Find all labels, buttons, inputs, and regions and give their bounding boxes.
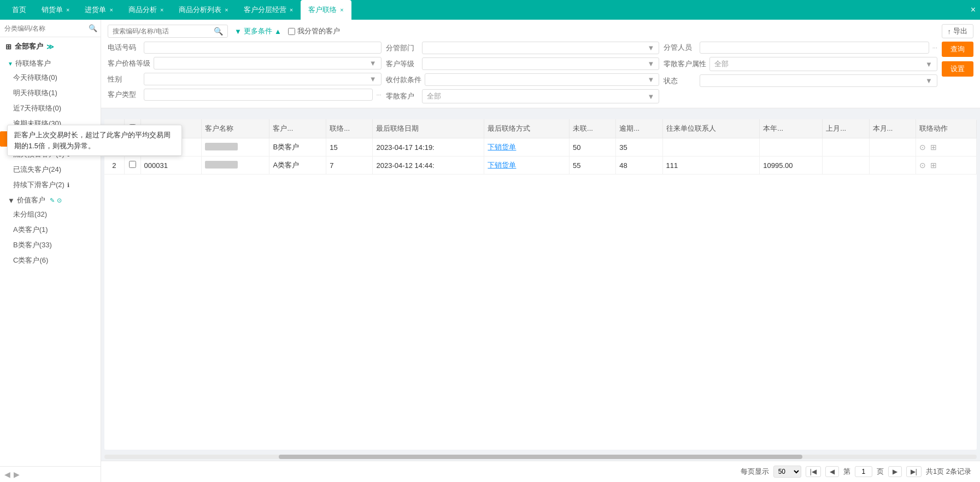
horizontal-scrollbar[interactable] — [104, 455, 977, 459]
action-icons-1: ⊙ ⊞ — [919, 143, 973, 152]
sidebar-item-unclassified[interactable]: 未分组(32) — [0, 207, 101, 222]
nav-tab-purchase[interactable]: 进货单 × — [77, 0, 120, 20]
customer-level-select[interactable]: ▼ — [422, 57, 660, 70]
status-select[interactable]: ▼ — [700, 74, 937, 87]
my-customer-checkbox-wrap: 我分管的客户 — [288, 26, 340, 36]
gender-select[interactable]: ▼ — [144, 73, 382, 85]
method-link-2[interactable]: 下销货单 — [488, 161, 516, 169]
sidebar-search-icon[interactable]: 🔍 — [89, 24, 97, 32]
close-analysis-tab[interactable]: × — [160, 7, 163, 13]
branch-dept-select[interactable]: ▼ — [422, 42, 660, 54]
more-conditions-btn[interactable]: ▼ 更多条件 ▲ — [234, 26, 281, 36]
sidebar-item-7days[interactable]: 近7天待联络(0) — [0, 101, 101, 116]
blurred-name-1 — [205, 143, 238, 150]
close-purchase-tab[interactable]: × — [109, 7, 113, 13]
sidebar-collapse-icon[interactable]: ≫ — [46, 43, 54, 51]
cell-contact-1: 15 — [326, 138, 373, 156]
sidebar-bottom-prev[interactable]: ◀ — [4, 470, 10, 479]
th-last-month[interactable]: 上月... — [823, 119, 869, 138]
contact-icon-1[interactable]: ⊙ — [919, 143, 926, 152]
sidebar-item-b-class[interactable]: B类客户(33) — [0, 237, 101, 253]
retail-customer2-select[interactable]: 全部▼ — [422, 89, 660, 103]
sidebar-item-c-class[interactable]: C类客户(6) — [0, 253, 101, 268]
nav-tab-analysis-list[interactable]: 商品分析列表 × — [171, 0, 236, 20]
phone-input[interactable] — [144, 42, 382, 54]
cell-this-month-2 — [869, 156, 916, 175]
status-filter: 状态 ▼ — [664, 74, 937, 87]
close-segmentation-tab[interactable]: × — [290, 7, 293, 13]
row-checkbox-2[interactable] — [129, 161, 136, 168]
nav-tab-analysis[interactable]: 商品分析 × — [121, 0, 171, 20]
th-last-contact-method[interactable]: 最后联络方式 — [484, 119, 570, 138]
sidebar-item-today[interactable]: 今天待联络(0) — [0, 70, 101, 85]
sidebar-item-lost[interactable]: 已流失客户(24) — [0, 162, 101, 177]
th-this-month[interactable]: 本月... — [869, 119, 916, 138]
sidebar-item-declining[interactable]: 持续下滑客户(2) ℹ — [0, 177, 101, 193]
close-contact-tab[interactable]: × — [340, 7, 343, 13]
content-area: 🔍 ▼ 更多条件 ▲ 我分管的客户 ↑ 导出 — [101, 20, 980, 482]
price-level-select[interactable]: ▼ — [154, 57, 382, 69]
page-input[interactable] — [855, 466, 872, 477]
th-last-contact-date[interactable]: 最后联络日期 — [373, 119, 484, 138]
my-customer-checkbox[interactable] — [288, 28, 295, 35]
more-icon2[interactable]: ··· — [932, 44, 937, 51]
gender-filter: 性别 ▼ — [108, 73, 382, 85]
more-icon[interactable]: ··· — [376, 91, 381, 98]
scroll-thumb[interactable] — [279, 455, 802, 459]
export-button[interactable]: ↑ 导出 — [942, 24, 974, 38]
customer-level-filter: 客户等级 ▼ — [386, 57, 660, 70]
customer-type-input[interactable] — [144, 89, 373, 101]
filter-bar: 🔍 ▼ 更多条件 ▲ 我分管的客户 ↑ 导出 — [101, 20, 980, 108]
per-page-select[interactable]: 50 100 200 — [773, 466, 801, 478]
sidebar-bottom: ◀ ▶ — [0, 466, 101, 482]
sidebar-item-tomorrow[interactable]: 明天待联络(1) — [0, 85, 101, 101]
prev-page-btn[interactable]: ◀ — [825, 466, 839, 477]
settings-button[interactable]: 设置 — [942, 61, 973, 77]
branch-person-input[interactable] — [700, 42, 929, 54]
th-overdue[interactable]: 逾期... — [616, 119, 662, 138]
nav-tab-customer-segmentation[interactable]: 客户分层经营 × — [236, 0, 301, 20]
sidebar-search-input[interactable] — [4, 25, 86, 32]
th-this-year[interactable]: 本年... — [760, 119, 823, 138]
close-analysis-list-tab[interactable]: × — [225, 7, 228, 13]
query-button[interactable]: 查询 — [942, 42, 973, 57]
nav-tab-sales[interactable]: 销货单 × — [34, 0, 77, 20]
contact-icon-2[interactable]: ⊙ — [919, 161, 926, 170]
cell-date-1: 2023-04-17 14:19: — [373, 138, 484, 156]
nav-tab-home[interactable]: 首页 — [4, 0, 34, 20]
search-input-wrap: 🔍 — [108, 25, 228, 38]
more-action-icon-1[interactable]: ⊞ — [930, 143, 937, 152]
cell-index-2: 2 — [104, 156, 124, 175]
next-page-btn[interactable]: ▶ — [888, 466, 902, 477]
chevron-down-icon3: ▼ — [647, 44, 654, 52]
settings-icon2[interactable]: ⊙ — [57, 197, 62, 204]
value-customer-group[interactable]: ▼ 价值客户 ✎ ⊙ — [0, 193, 101, 207]
sidebar-bottom-next[interactable]: ▶ — [14, 470, 20, 479]
cell-check-2 — [124, 156, 140, 175]
th-action[interactable]: 联络动作 — [916, 119, 976, 138]
first-page-btn[interactable]: |◀ — [806, 466, 821, 477]
retail-attr-select[interactable]: 全部▼ — [709, 57, 937, 71]
th-contact-person[interactable]: 往来单位联系人 — [662, 119, 760, 138]
th-contact-count[interactable]: 联络... — [326, 119, 373, 138]
cell-name-1 — [201, 138, 269, 156]
more-action-icon-2[interactable]: ⊞ — [930, 161, 937, 170]
method-link-1[interactable]: 下销货单 — [488, 143, 516, 151]
nav-tab-customer-contact[interactable]: 客户联络 × — [301, 0, 351, 20]
last-page-btn[interactable]: ▶| — [906, 466, 922, 477]
edit-icon[interactable]: ✎ — [50, 197, 55, 204]
search-input[interactable] — [113, 27, 214, 35]
payment-terms-select[interactable]: ▼ — [425, 73, 660, 86]
retail-attr-filter: 零散客户属性 全部▼ — [664, 57, 937, 71]
close-sales-tab[interactable]: × — [66, 7, 69, 13]
close-all-tabs[interactable]: × — [971, 5, 976, 15]
sidebar-item-a-class[interactable]: A类客户(1) — [0, 222, 101, 237]
th-name[interactable]: 客户名称 — [201, 119, 269, 138]
branch-person-filter: 分管人员 ··· — [664, 42, 937, 54]
th-uncontacted[interactable]: 未联... — [570, 119, 616, 138]
blurred-name-2 — [205, 161, 238, 169]
pending-contact-group[interactable]: ▼ 待联络客户 — [0, 56, 101, 70]
th-type[interactable]: 客户... — [269, 119, 326, 138]
price-level-filter: 客户价格等级 ▼ — [108, 57, 382, 69]
search-button[interactable]: 🔍 — [214, 27, 223, 36]
